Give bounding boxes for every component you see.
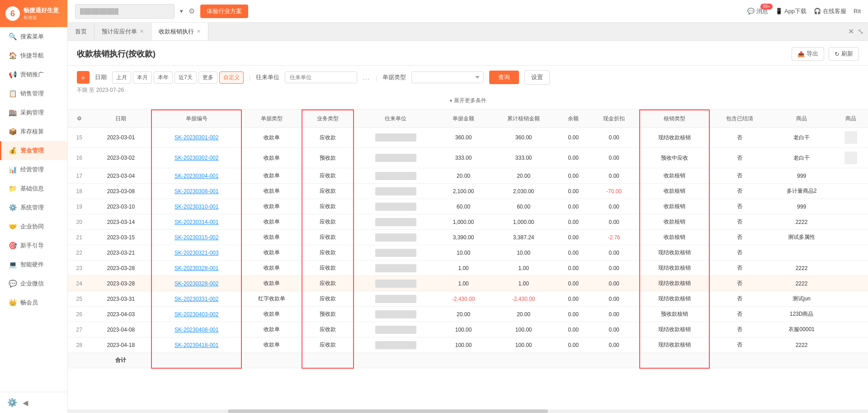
industry-btn[interactable]: 体验行业方案 xyxy=(200,5,248,18)
setting-btn[interactable]: 设置 xyxy=(524,70,550,85)
cell-writeoff-type: 收款核销 xyxy=(640,230,710,245)
bill-no-link[interactable]: SK-20230304-001 xyxy=(175,173,218,179)
sidebar-item-quicknav[interactable]: 🏠快捷导航 xyxy=(0,46,67,65)
date-btn-7days[interactable]: 近7天 xyxy=(175,71,197,84)
tab-payable[interactable]: 预计应应付单 ✕ xyxy=(94,23,151,40)
bill-no-link[interactable]: SK-20230302-002 xyxy=(175,155,218,161)
sidebar-logo: 6 畅捷通好生意 标推版 xyxy=(0,0,67,27)
bill-no-link[interactable]: SK-20230328-001 xyxy=(175,265,218,271)
table-row: 20 2023-03-14 SK-20230314-001 收款单 应收款 ██… xyxy=(68,214,868,230)
footer-biz-type xyxy=(302,353,354,368)
query-btn[interactable]: 查询 xyxy=(489,71,519,84)
cell-counterpart: ██████ xyxy=(354,199,438,214)
cell-amount: 100.00 xyxy=(438,322,490,337)
sidebar-item-purchase[interactable]: 🏬采购管理 xyxy=(0,103,67,122)
sidebar-item-collab[interactable]: 🤝企业协同 xyxy=(0,217,67,236)
sidebar-item-label: 快捷导航 xyxy=(20,52,44,60)
sidebar-item-hardware[interactable]: 💻智能硬件 xyxy=(0,255,67,274)
bill-no-link[interactable]: SK-20230328-002 xyxy=(175,280,218,287)
date-btn-more[interactable]: 更多 xyxy=(198,71,217,84)
tab-receipt-close[interactable]: ✕ xyxy=(197,28,201,34)
cell-goods-img xyxy=(834,128,868,148)
cell-bill-no: SK-20230331-002 xyxy=(151,291,241,307)
cell-cash-discount: -70.00 xyxy=(589,184,640,199)
cell-date: 2023-04-03 xyxy=(91,307,152,322)
table-row: 23 2023-03-28 SK-20230328-001 收款单 应收款 ██… xyxy=(68,261,868,276)
bill-no-link[interactable]: SK-20230418-001 xyxy=(175,342,218,348)
tab-expand-icon[interactable]: ⤡ xyxy=(858,27,863,36)
date-range-display: 不限 至 2023-07-26 xyxy=(77,86,859,94)
cell-bill-no: SK-20230308-001 xyxy=(151,184,241,199)
bill-no-link[interactable]: SK-20230315-002 xyxy=(175,234,218,241)
table-row: 18 2023-03-08 SK-20230308-001 收款单 应收款 ██… xyxy=(68,184,868,199)
sidebar-item-marketing[interactable]: 📢营销推广 xyxy=(0,65,67,84)
settings-icon[interactable]: ⚙️ xyxy=(7,398,17,408)
sidebar-item-system[interactable]: ⚙️系统管理 xyxy=(0,198,67,217)
export-icon: 📤 xyxy=(797,51,805,57)
cell-amount: 1,000.00 xyxy=(438,214,490,230)
filter-dots[interactable]: ... xyxy=(363,74,370,81)
sidebar-item-basic[interactable]: 📁基础信息 xyxy=(0,179,67,198)
app-download-btn[interactable]: 📱 App下载 xyxy=(775,7,807,15)
date-btn-this-month[interactable]: 本月 xyxy=(133,71,152,84)
footer-empty-1 xyxy=(68,353,91,368)
date-btn-this-year[interactable]: 本年 xyxy=(154,71,173,84)
footer-cash-discount xyxy=(589,353,640,368)
th-settings[interactable]: ⚙ xyxy=(68,110,91,128)
sidebar-item-finance[interactable]: 💰资金管理 xyxy=(0,141,67,160)
cell-goods-img xyxy=(834,245,868,261)
refresh-btn[interactable]: ↻ 刷新 xyxy=(829,47,859,61)
sales-icon: 📋 xyxy=(9,90,17,98)
cell-date: 2023-03-15 xyxy=(91,230,152,245)
bill-no-link[interactable]: SK-20230321-003 xyxy=(175,250,218,256)
sidebar-item-inventory[interactable]: 📦库存核算 xyxy=(0,122,67,141)
cell-bill-type: 收款单 xyxy=(241,261,302,276)
sidebar-item-wechat[interactable]: 💬企业微信 xyxy=(0,274,67,293)
support-btn[interactable]: 🎧 在线客服 xyxy=(814,7,846,15)
filter-toggle-btn[interactable]: » xyxy=(77,71,90,84)
cell-accumulated: 1,000.00 xyxy=(489,214,557,230)
inventory-icon: 📦 xyxy=(9,128,17,136)
scroll-thumb[interactable] xyxy=(228,409,548,413)
bill-no-link[interactable]: SK-20230310-001 xyxy=(175,204,218,210)
bill-no-link[interactable]: SK-20230331-002 xyxy=(175,296,218,302)
footer-accumulated xyxy=(489,353,557,368)
tab-receipt[interactable]: 收款核销执行 ✕ xyxy=(151,23,208,40)
bill-no-link[interactable]: SK-20230314-001 xyxy=(175,219,218,225)
cell-bill-type: 收款单 xyxy=(241,230,302,245)
tab-home[interactable]: 首页 xyxy=(68,23,94,40)
cell-amount: 100.00 xyxy=(438,337,490,353)
bill-no-link[interactable]: SK-20230403-002 xyxy=(175,311,218,318)
sidebar-item-newguide[interactable]: 🎯新手引导 xyxy=(0,236,67,255)
expand-more-btn[interactable]: ▾ 展开更多条件 xyxy=(77,97,859,104)
date-btn-custom[interactable]: 自定义 xyxy=(219,71,244,84)
gear-icon[interactable]: ⚙ xyxy=(189,7,195,15)
collapse-icon[interactable]: ◀ xyxy=(23,399,28,407)
bill-no-link[interactable]: SK-20230408-001 xyxy=(175,327,218,333)
topbar-dropdown[interactable]: ▾ xyxy=(180,8,183,14)
cell-index: 23 xyxy=(68,261,91,276)
tab-payable-close[interactable]: ✕ xyxy=(140,28,144,34)
counterpart-input[interactable] xyxy=(285,71,357,83)
messages-btn[interactable]: 💬 消息 99+ xyxy=(747,7,768,15)
cell-index: 26 xyxy=(68,307,91,322)
cell-accumulated: 1.00 xyxy=(489,276,557,291)
cell-counterpart: ██████ xyxy=(354,337,438,353)
sidebar-item-operation[interactable]: 📊经营管理 xyxy=(0,160,67,179)
cell-biz-type: 应收款 xyxy=(302,199,354,214)
table-scroll-bar[interactable] xyxy=(68,409,868,413)
bill-type-select[interactable]: 收款单 红字收款单 xyxy=(411,71,484,83)
date-btn-last-month[interactable]: 上月 xyxy=(112,71,131,84)
tab-close-icon[interactable]: ✕ xyxy=(848,27,854,36)
bill-no-link[interactable]: SK-20230308-001 xyxy=(175,188,218,195)
sidebar-item-sales[interactable]: 📋销售管理 xyxy=(0,84,67,103)
cell-included: 否 xyxy=(709,291,769,307)
bill-no-link[interactable]: SK-20230301-002 xyxy=(175,134,218,141)
sidebar-item-search[interactable]: 🔍搜索菜单 xyxy=(0,27,67,46)
app-icon: 📱 xyxy=(775,8,783,14)
export-btn[interactable]: 📤 导出 xyxy=(792,47,824,61)
sidebar-item-member[interactable]: 👑畅会员 xyxy=(0,293,67,312)
user-menu[interactable]: Rit xyxy=(854,8,861,14)
basic-icon: 📁 xyxy=(9,185,17,193)
cell-accumulated: 20.00 xyxy=(489,307,557,322)
